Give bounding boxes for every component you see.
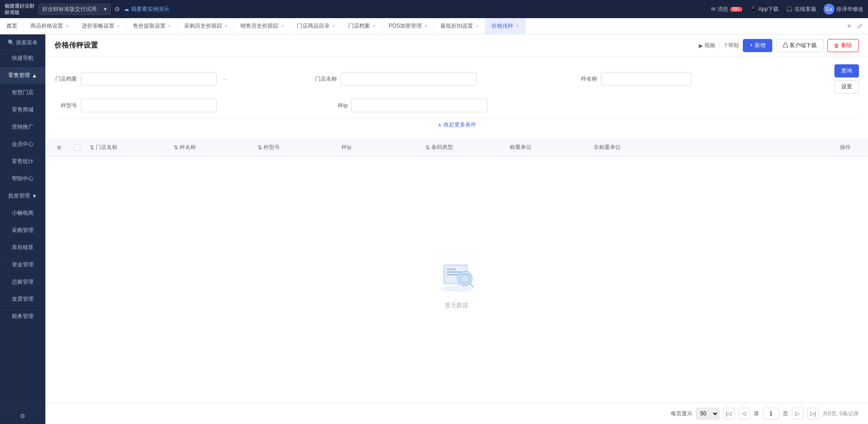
close-icon[interactable]: ×	[66, 24, 68, 29]
sidebar-item-member[interactable]: 会员中心	[0, 136, 45, 153]
sidebar-item-retail-stats[interactable]: 零售统计	[0, 153, 45, 170]
user-menu[interactable]: Ea 徐泽华修改	[824, 4, 863, 14]
next-page-button[interactable]: ▷	[792, 408, 804, 419]
message-badge: 99+	[730, 7, 742, 12]
sidebar-item-smart-store[interactable]: 智慧门店	[0, 84, 45, 101]
form-row-2: 秤型号 秤ip	[54, 99, 859, 112]
table-header: ⚙ ⇅ 门店名称 ⇅ 秤名称 ⇅ 秤型号 秤ip	[45, 139, 868, 157]
sidebar-item-ledger[interactable]: 总账管理	[0, 274, 45, 291]
tab-price-scale[interactable]: 价格传秤 ×	[485, 18, 526, 34]
sidebar-item-invoice[interactable]: 发票管理	[0, 291, 45, 308]
th-action: 操作	[827, 144, 863, 151]
maximize-icon[interactable]: ⤢	[855, 21, 864, 31]
close-icon[interactable]: ×	[424, 24, 427, 29]
sidebar-item-help[interactable]: 帮助中心	[0, 170, 45, 188]
close-icon[interactable]: ×	[476, 24, 478, 29]
tab-store-catalog[interactable]: 门店商品目录 ×	[291, 18, 342, 34]
tab-pos-encrypt[interactable]: POS加密管理 ×	[382, 18, 434, 34]
tab-home[interactable]: 首页	[0, 18, 24, 34]
close-icon[interactable]: ×	[281, 24, 284, 29]
pagination: 每页显示 50 10 20 100 |◁ ◁ 算 页 ▷ ▷| 共0页, 0条记…	[45, 403, 868, 424]
top-bar: 畅捷通好业财 标准版 好业财标准版交付试用 ▾ ⚙ ☁ 我要看实例演示 ✉ 消息…	[0, 0, 868, 18]
total-label: 共0页, 0条记录	[823, 410, 859, 418]
first-page-button[interactable]: |◁	[723, 408, 735, 419]
separator: |	[719, 42, 720, 49]
app-name: 畅捷通好业财	[5, 3, 34, 9]
ellipsis-icon[interactable]: ···	[220, 76, 229, 82]
scale-name-field: 秤名称	[575, 72, 827, 86]
page-title: 价格传秤设置	[54, 41, 98, 50]
store-archive-input[interactable]	[81, 72, 217, 86]
main-layout: 🔍 搜索菜单 快捷导航 零售管理 ▲ 智慧门店 零售商城 营销推广 会员中心 零…	[0, 34, 868, 424]
prev-page-button[interactable]: ◁	[738, 408, 750, 419]
sidebar-item-retail[interactable]: 零售管理 ▲	[0, 67, 45, 84]
th-scale-name: ⇅ 秤名称	[170, 144, 254, 151]
th-weight-unit: 称重单位	[506, 144, 590, 151]
sidebar-search[interactable]: 🔍 搜索菜单	[0, 34, 45, 50]
delete-icon: 🗑	[834, 43, 839, 49]
th-settings[interactable]: ⚙	[50, 145, 68, 151]
select-all-checkbox[interactable]	[74, 145, 80, 151]
tab-goods-price[interactable]: 商品价格设置 ×	[24, 18, 75, 34]
scale-name-input[interactable]	[601, 72, 692, 86]
tab-purchase-history[interactable]: 采购历史价跟踪 ×	[178, 18, 234, 34]
collapse-bar[interactable]: ∧ 收起更多条件	[54, 118, 859, 131]
close-icon[interactable]: ×	[168, 24, 171, 29]
scale-model-input[interactable]	[81, 99, 217, 112]
video-link[interactable]: ▶ 视频	[699, 42, 715, 49]
query-button[interactable]: 查询	[834, 64, 859, 77]
help-link[interactable]: ? 帮助	[724, 42, 740, 49]
close-icon[interactable]: ×	[373, 24, 375, 29]
demo-link[interactable]: ☁ 我要看实例演示	[124, 5, 169, 13]
online-service-button[interactable]: 🎧 在线客服	[786, 5, 816, 13]
app-download-button[interactable]: 📱 App下载	[750, 5, 779, 13]
tab-store-archive[interactable]: 门店档案 ×	[342, 18, 382, 34]
th-store-name: ⇅ 门店名称	[86, 144, 170, 151]
close-window-icon[interactable]: ×	[845, 21, 853, 31]
store-name-input[interactable]	[341, 72, 477, 86]
tab-purchase-strategy[interactable]: 进价策略设置 ×	[75, 18, 127, 34]
close-icon[interactable]: ×	[117, 24, 120, 29]
scale-ip-input[interactable]	[351, 99, 488, 112]
tab-sales-history[interactable]: 销售历史价跟踪 ×	[234, 18, 291, 34]
download-client-button[interactable]: 凸 客户端下载	[776, 39, 824, 52]
avatar: Ea	[824, 4, 834, 14]
sort-icon: ⇅	[90, 145, 94, 151]
close-icon[interactable]: ×	[225, 24, 228, 29]
scale-name-label: 秤名称	[575, 75, 597, 83]
page-input[interactable]	[763, 408, 779, 419]
sidebar-item-tax[interactable]: 税务管理	[0, 308, 45, 325]
version-selector[interactable]: 好业财标准版交付试用 ▾	[38, 4, 111, 15]
page-header: 价格传秤设置 ▶ 视频 | ? 帮助 + 新增 凸 客户端下载 🗑	[45, 34, 868, 57]
add-button[interactable]: + 新增	[743, 39, 772, 52]
sidebar-item-retail-mall[interactable]: 零售商城	[0, 101, 45, 119]
scale-ip-field: 秤ip	[325, 99, 589, 112]
last-page-button[interactable]: ▷|	[807, 408, 819, 419]
th-checkbox[interactable]	[68, 145, 86, 151]
app-logo: 畅捷通好业财 标准版	[5, 3, 34, 16]
close-icon[interactable]: ×	[332, 24, 335, 29]
sidebar-item-ecommerce[interactable]: 小畅电商	[0, 205, 45, 222]
set-button[interactable]: 设置	[834, 80, 859, 93]
svg-point-0	[441, 286, 473, 292]
tab-controls: × ⤢	[845, 21, 868, 31]
tab-sale-extract[interactable]: 售价提取设置 ×	[127, 18, 178, 34]
sidebar-item-inventory[interactable]: 库存核算	[0, 239, 45, 256]
sidebar-shortcut[interactable]: 快捷导航	[0, 50, 45, 67]
store-name-field: 门店名称	[314, 72, 567, 86]
tab-min-discount[interactable]: 最低折扣设置 ×	[434, 18, 485, 34]
page-actions: ▶ 视频 | ? 帮助 + 新增 凸 客户端下载 🗑 删除	[699, 39, 859, 52]
sidebar-item-wholesale[interactable]: 批发管理 ▼	[0, 188, 45, 205]
gear-icon[interactable]: ⚙	[114, 5, 120, 13]
per-page-select[interactable]: 50 10 20 100	[696, 408, 719, 419]
table-container: ⚙ ⇅ 门店名称 ⇅ 秤名称 ⇅ 秤型号 秤ip	[45, 139, 868, 424]
delete-button[interactable]: 🗑 删除	[827, 39, 859, 52]
close-icon[interactable]: ×	[516, 24, 519, 29]
version-label: 好业财标准版交付试用	[42, 5, 97, 13]
sidebar-settings-button[interactable]: ⚙	[0, 408, 45, 424]
message-button[interactable]: ✉ 消息 99+	[711, 5, 742, 13]
sidebar-item-marketing[interactable]: 营销推广	[0, 119, 45, 136]
svg-line-8	[470, 284, 473, 287]
sidebar-item-finance[interactable]: 资金管理	[0, 256, 45, 274]
sidebar-item-purchase[interactable]: 采购管理	[0, 222, 45, 239]
